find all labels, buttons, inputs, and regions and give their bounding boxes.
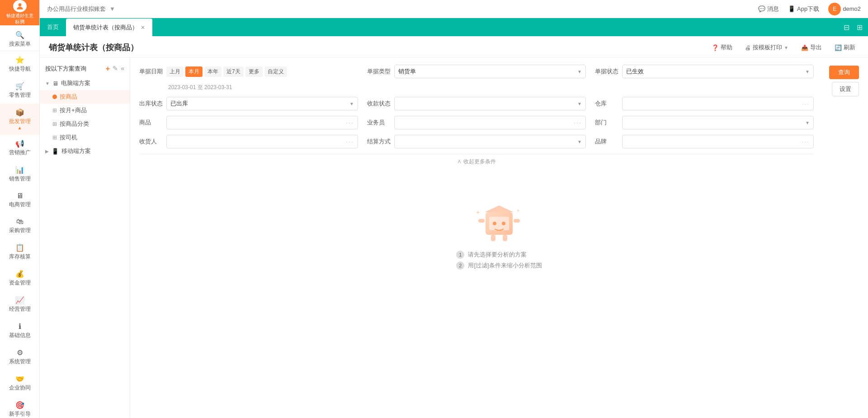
filter-row-3: 商品 ··· 业务员 ···	[139, 116, 814, 129]
print-btn[interactable]: 🖨 按模板打印 ▼	[741, 42, 792, 53]
tab-minimize-btn[interactable]: ⊟	[842, 21, 851, 33]
warehouse-select[interactable]: ···	[622, 97, 814, 110]
logo-sub: 标腾	[15, 19, 25, 25]
staff-select[interactable]: ···	[394, 116, 586, 129]
date-btn-more[interactable]: 更多	[245, 66, 263, 77]
wholesale-icon: 📦	[15, 108, 24, 117]
sidebar-item-retail[interactable]: 🛒 零售管理	[0, 77, 39, 104]
date-btn-last-month[interactable]: 上月	[166, 66, 184, 77]
print-icon: 🖨	[745, 44, 751, 51]
date-btn-this-year[interactable]: 本年	[204, 66, 222, 77]
print-dropdown-icon[interactable]: ▼	[784, 45, 788, 50]
tree-pc-root[interactable]: ▼ 🖥 电脑端方案	[40, 76, 130, 90]
svg-rect-7	[491, 235, 495, 241]
search-icon: 🔍	[15, 31, 24, 39]
tree-by-category[interactable]: ⊞ 按商品分类	[40, 117, 130, 131]
tab-maximize-btn[interactable]: ⊞	[855, 21, 864, 33]
sidebar-item-finance[interactable]: 💰 资金管理	[0, 265, 39, 291]
tab-close-icon[interactable]: ✕	[141, 24, 145, 31]
app-icon: 📱	[788, 5, 795, 12]
date-range-text: 2023-03-01 至 2023-03-31	[168, 84, 232, 91]
topbar-app-btn[interactable]: 📱 App下载	[788, 5, 819, 13]
topbar-user-btn[interactable]: E demo2	[828, 3, 861, 15]
dept-select[interactable]: ▼	[622, 116, 814, 129]
date-btn-7days[interactable]: 近7天	[223, 66, 244, 77]
tree-by-driver[interactable]: ⊞ 按司机	[40, 131, 130, 144]
goods-dots-icon[interactable]: ···	[346, 119, 354, 126]
query-button[interactable]: 查询	[829, 66, 859, 79]
page-title: 销货单统计表（按商品）	[49, 42, 138, 53]
sidebar-item-sales[interactable]: 📊 销售管理	[0, 161, 39, 187]
sidebar-item-operations[interactable]: 📈 经营管理	[0, 291, 39, 318]
panel-collapse-btn[interactable]: «	[121, 65, 124, 73]
tree-by-month-goods-label: 按月+商品	[60, 106, 87, 114]
panel-add-btn[interactable]: +	[106, 65, 110, 73]
out-status-value: 已出库	[170, 100, 188, 108]
inventory-label: 库存核算	[9, 253, 31, 261]
sidebar-item-system[interactable]: ⚙ 系统管理	[0, 344, 39, 370]
content-area: 销货单统计表（按商品） ❓ 帮助 🖨 按模板打印 ▼ 📤 导出 🔄 刷新	[40, 36, 868, 418]
panel-edit-btn[interactable]: ✎	[113, 65, 118, 73]
pay-status-select[interactable]: ▼	[394, 97, 586, 110]
settings-button[interactable]: 设置	[832, 82, 859, 96]
sidebar-item-guide[interactable]: 🎯 新手引导	[0, 396, 39, 418]
basic-icon: ℹ	[19, 322, 21, 331]
brand-dots-icon[interactable]: ···	[802, 138, 810, 145]
panel-title: 按以下方案查询	[45, 65, 86, 73]
svg-text:✦: ✦	[516, 208, 520, 213]
msg-label: 消息	[767, 5, 779, 13]
doc-type-select[interactable]: 销货单 ▼	[394, 65, 586, 78]
doc-status-select[interactable]: 已生效 ▼	[622, 65, 814, 78]
search-menu-section[interactable]: 🔍 搜索菜单	[0, 25, 39, 51]
panel-header: 按以下方案查询 + ✎ «	[40, 63, 130, 76]
left-panel: 按以下方案查询 + ✎ « ▼ 🖥 电脑端方案 按商品	[40, 57, 130, 418]
help-icon: ❓	[712, 44, 719, 51]
operations-label: 经营管理	[9, 305, 31, 313]
out-status-select[interactable]: 已出库 ▼	[166, 97, 358, 110]
page-header: 销货单统计表（按商品） ❓ 帮助 🖨 按模板打印 ▼ 📤 导出 🔄 刷新	[40, 36, 868, 57]
sidebar-item-corp[interactable]: 🤝 企业协同	[0, 370, 39, 396]
receiver-select[interactable]: ···	[166, 135, 358, 148]
export-btn[interactable]: 📤 导出	[797, 42, 826, 53]
topbar-msg-btn[interactable]: 💬 消息	[758, 5, 779, 13]
filter-row-2: 出库状态 已出库 ▼ 收款状态	[139, 97, 814, 110]
system-icon: ⚙	[17, 348, 23, 357]
sidebar-item-inventory[interactable]: 📋 库存核算	[0, 239, 39, 265]
tree-mobile-root[interactable]: ▶ 📱 移动端方案	[40, 144, 130, 158]
staff-dots-icon[interactable]: ···	[574, 119, 582, 126]
goods-select[interactable]: ···	[166, 116, 358, 129]
mobile-folder-icon: 📱	[52, 148, 59, 155]
sidebar-item-ecommerce[interactable]: 🖥 电商管理	[0, 187, 39, 213]
tree-by-month-goods[interactable]: ⊞ 按月+商品	[40, 104, 130, 117]
collapse-bar[interactable]: ∧ 收起更多条件	[139, 154, 814, 169]
sidebar-item-basic[interactable]: ℹ 基础信息	[0, 318, 39, 344]
date-btn-this-month[interactable]: 本月	[185, 66, 203, 77]
sidebar-item-purchase[interactable]: 🛍 采购管理	[0, 213, 39, 239]
receiver-dots-icon[interactable]: ···	[346, 138, 354, 145]
refresh-btn[interactable]: 🔄 刷新	[831, 42, 859, 53]
finance-icon: 💰	[15, 270, 24, 278]
svg-point-3	[493, 222, 496, 225]
help-btn[interactable]: ❓ 帮助	[708, 42, 736, 53]
wholesale-label: 批发管理	[9, 118, 31, 125]
dept-arrow-icon: ▼	[805, 120, 810, 125]
panel-header-actions: + ✎ «	[106, 65, 124, 73]
sidebar-item-wholesale[interactable]: 📦 批发管理 ▲	[0, 104, 39, 135]
tab-home-label: 首页	[47, 23, 59, 31]
date-filter-row: 单据日期 上月 本月 本年 近7天 更多 自定义	[139, 65, 358, 78]
sidebar-item-marketing[interactable]: 📢 营销推广	[0, 135, 39, 161]
shortcut-nav-item[interactable]: ⭐ 快捷导航	[0, 51, 39, 77]
warehouse-dots[interactable]: ···	[802, 100, 810, 107]
tree-by-goods[interactable]: 按商品	[40, 90, 130, 104]
topbar-left: 办公用品行业模拟账套 ▼	[47, 5, 115, 13]
empty-state: ✦ ✦ 1 请先选择要分析的方案 2 用[过滤]条件来缩小分析范围	[139, 169, 859, 297]
doc-type-filter-row: 单据类型 销货单 ▼	[367, 65, 586, 78]
date-btn-custom[interactable]: 自定义	[264, 66, 287, 77]
breadcrumb-dropdown-icon[interactable]: ▼	[109, 5, 115, 12]
date-range-display: 2023-03-01 至 2023-03-31	[139, 84, 814, 91]
collapse-label: ∧ 收起更多条件	[457, 158, 495, 165]
tab-home[interactable]: 首页	[40, 18, 66, 36]
payment-select[interactable]: ▼	[394, 135, 586, 148]
brand-select[interactable]: ···	[622, 135, 814, 148]
tab-report[interactable]: 销货单统计表（按商品） ✕	[66, 19, 152, 37]
